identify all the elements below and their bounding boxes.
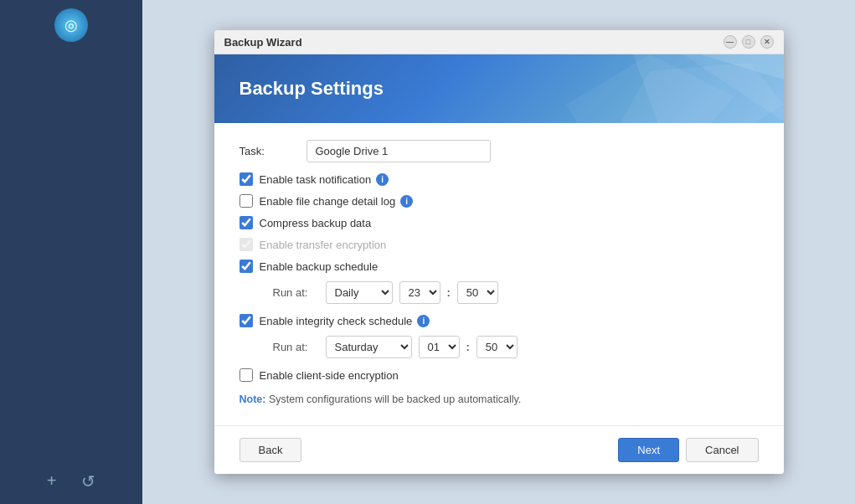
enable-task-notification-label: Enable task notification [260, 173, 372, 186]
enable-task-notification-info-icon[interactable]: i [376, 173, 389, 186]
page-title: Backup Settings [240, 78, 759, 100]
enable-backup-schedule-row: Enable backup schedule [240, 260, 759, 273]
enable-file-change-label: Enable file change detail log [260, 195, 396, 208]
enable-integrity-check-label: Enable integrity check schedule [260, 315, 413, 327]
enable-transfer-encryption-label: Enable transfer encryption [260, 239, 387, 251]
compress-backup-label: Compress backup data [260, 217, 372, 229]
main-area: Backup Wizard — □ ✕ [142, 0, 855, 504]
integrity-run-at-label: Run at: [273, 341, 319, 353]
add-button[interactable]: + [47, 471, 57, 491]
os-maximize-button[interactable]: □ [742, 35, 755, 49]
integrity-hour-select[interactable]: 01 00020304 05060708 09101112 13141516 1… [419, 336, 460, 358]
enable-client-encryption-checkbox[interactable] [240, 368, 253, 382]
close-icon: ✕ [764, 38, 770, 46]
backup-schedule-run-at-row: Run at: Daily Weekly Monthly 23 00010203… [273, 281, 759, 304]
header-banner: Backup Settings [214, 54, 784, 123]
sidebar: ◎ + ↺ [0, 0, 142, 504]
integrity-check-info-icon[interactable]: i [417, 315, 430, 327]
enable-file-change-row: Enable file change detail log i [240, 194, 759, 208]
colon-separator-2: : [466, 341, 470, 353]
footer-right-buttons: Next Cancel [618, 438, 758, 462]
backup-wizard-dialog: Backup Wizard — □ ✕ [214, 30, 784, 474]
backup-run-at-label: Run at: [273, 286, 319, 299]
sidebar-logo: ◎ [54, 8, 88, 42]
enable-client-encryption-row: Enable client-side encryption [240, 368, 759, 382]
enable-task-notification-checkbox[interactable] [240, 172, 253, 186]
compress-backup-row: Compress backup data [240, 216, 759, 229]
enable-backup-schedule-checkbox[interactable] [240, 260, 253, 273]
integrity-run-at-row: Run at: Saturday SundayMondayTuesday Wed… [273, 336, 759, 358]
enable-integrity-check-row: Enable integrity check schedule i [240, 314, 759, 327]
note-text: System configurations will be backed up … [269, 393, 521, 405]
back-button[interactable]: Back [240, 438, 302, 462]
task-row: Task: [240, 140, 759, 162]
enable-transfer-encryption-row: Enable transfer encryption [240, 238, 759, 251]
enable-file-change-checkbox[interactable] [240, 194, 253, 208]
backup-minute-select[interactable]: 50 00051015 20253035 404555 [457, 281, 498, 304]
cancel-button[interactable]: Cancel [686, 438, 758, 462]
footer: Back Next Cancel [214, 425, 784, 474]
title-bar-controls: — □ ✕ [724, 35, 774, 49]
compress-backup-checkbox[interactable] [240, 216, 253, 229]
os-minimize-button[interactable]: — [724, 35, 737, 49]
enable-transfer-encryption-checkbox [240, 238, 253, 251]
task-label: Task: [240, 145, 306, 157]
title-bar: Backup Wizard — □ ✕ [214, 30, 784, 54]
colon-separator-1: : [447, 286, 451, 299]
enable-backup-schedule-label: Enable backup schedule [260, 260, 379, 273]
integrity-day-select[interactable]: Saturday SundayMondayTuesday WednesdayTh… [326, 336, 412, 358]
next-button[interactable]: Next [618, 438, 679, 462]
enable-task-notification-row: Enable task notification i [240, 172, 759, 186]
backup-hour-select[interactable]: 23 00010203 04050607 08091011 12131415 1… [399, 281, 440, 304]
close-button[interactable]: ✕ [760, 35, 774, 49]
history-button[interactable]: ↺ [81, 471, 95, 491]
note-label: Note: [240, 393, 266, 405]
enable-integrity-check-checkbox[interactable] [240, 314, 253, 327]
integrity-minute-select[interactable]: 50 00051015 20253035 404555 [476, 336, 518, 358]
note-row: Note: System configurations will be back… [240, 393, 759, 405]
content-area: Task: Enable task notification i Enable … [214, 123, 784, 425]
backup-frequency-select[interactable]: Daily Weekly Monthly [326, 281, 393, 304]
enable-file-change-info-icon[interactable]: i [400, 195, 413, 208]
enable-client-encryption-label: Enable client-side encryption [260, 369, 399, 382]
logo-icon: ◎ [64, 16, 78, 34]
svg-marker-4 [700, 54, 784, 80]
task-input[interactable] [306, 140, 491, 162]
dialog-title: Backup Wizard [224, 36, 302, 49]
